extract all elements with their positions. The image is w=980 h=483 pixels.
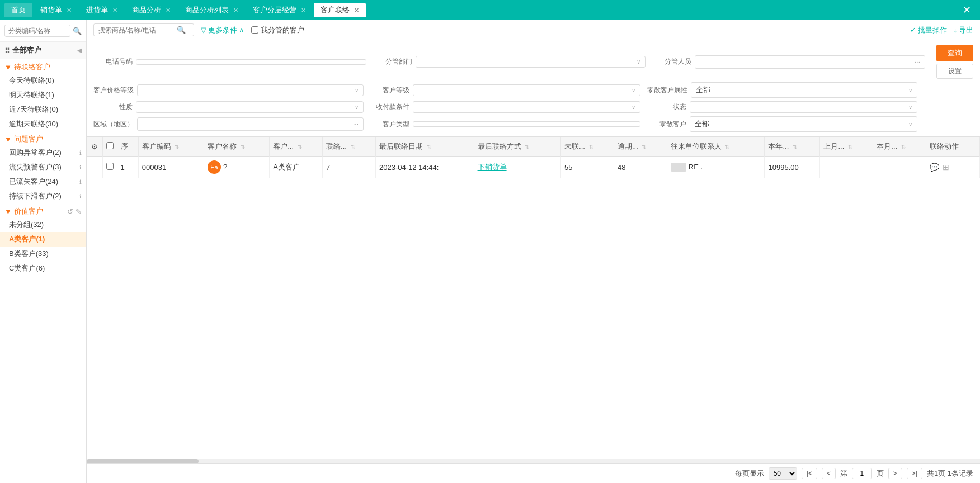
window-close-button[interactable]: ✕ [958,4,976,16]
col-this-month[interactable]: 本月... ⇅ [873,137,926,157]
sidebar-search-icon[interactable]: 🔍 [73,27,82,35]
sidebar-search-input[interactable] [4,25,70,37]
horizontal-scrollbar[interactable] [87,459,980,463]
cell-code: 000031 [138,157,204,178]
sidebar-item-overdue[interactable]: 逾期未联络(30) [0,117,86,131]
batch-operation-button[interactable]: ✓ 批量操作 [910,25,947,35]
first-page-button[interactable]: |< [802,468,817,479]
scrollbar-thumb[interactable] [87,459,199,463]
sidebar-item-lost[interactable]: 已流失客户(24) ℹ [0,174,86,189]
sidebar-item-ungroup[interactable]: 未分组(32) [0,217,86,232]
filter-search-icon[interactable]: 🔍 [177,26,186,34]
tab-home[interactable]: 首页 [4,3,32,17]
tab-sales-close[interactable]: ✕ [67,7,72,14]
filter-nature-select[interactable]: ∨ [136,101,364,113]
col-last-method-sort: ⇅ [525,144,529,150]
col-last-month[interactable]: 上月... ⇅ [820,137,873,157]
prev-page-button[interactable]: < [822,468,836,479]
col-code[interactable]: 客户编码 ⇅ [138,137,204,157]
tab-analysis-close[interactable]: ✕ [166,7,171,14]
col-company-contact[interactable]: 往来单位联系人 ⇅ [667,137,765,157]
select-all-checkbox[interactable] [106,142,114,149]
filter-dept-select[interactable]: ∨ [416,56,646,68]
page-number-input[interactable] [852,468,872,479]
action-chat-icon[interactable]: 💬 [930,163,939,172]
company-contact-bar [671,163,686,172]
filter-phone-input[interactable] [136,59,366,65]
query-button[interactable]: 查询 [936,45,973,61]
sidebar-group-value-refresh[interactable]: ↺ [67,207,73,216]
tab-customer-contact-close[interactable]: ✕ [354,7,359,14]
filter-dept: 分管部门 ∨ [373,56,646,68]
sidebar-group-value-edit[interactable]: ✎ [76,207,82,216]
sidebar-item-type-a[interactable]: A类客户(1) [0,232,86,247]
sidebar-item-overdue-label: 逾期未联络(30) [9,119,58,129]
filter-search-input[interactable] [98,26,177,34]
last-page-button[interactable]: >| [907,468,922,479]
tab-analysis-list-close[interactable]: ✕ [233,7,238,14]
per-page-select[interactable]: 50 20 100 [769,467,797,480]
sidebar-item-type-c[interactable]: C类客户(6) [0,261,86,276]
col-last-method[interactable]: 最后联络方式 ⇅ [474,137,561,157]
tab-purchase-close[interactable]: ✕ [112,7,117,14]
filter-status-label: 状态 [647,102,686,112]
tab-sales[interactable]: 销货单 ✕ [34,3,78,17]
sidebar-group-problem[interactable]: ▼ 问题客户 [0,131,86,145]
col-gear[interactable]: ⚙ [87,137,102,157]
tab-customer-tier-close[interactable]: ✕ [301,7,306,14]
export-button[interactable]: ↓ 导出 [954,25,974,35]
cell-gear [87,157,102,178]
col-contact-count[interactable]: 联络... ⇅ [323,137,376,157]
sidebar-item-type-b[interactable]: B类客户(33) [0,247,86,261]
sidebar-item-repurchase[interactable]: 回购异常客户(2) ℹ [0,145,86,160]
tab-customer-tier[interactable]: 客户分层经营 ✕ [246,3,313,17]
sidebar-item-today[interactable]: 今天待联络(0) [0,73,86,88]
filter-retail-attr-select[interactable]: 全部 ∨ [691,82,917,98]
sidebar-item-tomorrow-label: 明天待联络(1) [9,90,54,100]
sidebar-group-value[interactable]: ▼ 价值客户 ↺ ✎ [0,203,86,217]
sidebar-item-week[interactable]: 近7天待联络(0) [0,102,86,117]
filter-region: 区域（地区） ··· [93,117,364,131]
table-header-row: ⚙ 序 客户编码 ⇅ 客户名称 ⇅ 客户... ⇅ 联络... ⇅ 最后联络日期… [87,137,980,157]
sidebar-item-declining[interactable]: 持续下滑客户(2) ℹ [0,189,86,203]
col-company-contact-sort: ⇅ [725,144,729,150]
sidebar-item-declining-info: ℹ [79,193,82,200]
sidebar-item-tomorrow[interactable]: 明天待联络(1) [0,88,86,102]
filter-status-select[interactable]: ∨ [690,101,917,113]
col-type[interactable]: 客户... ⇅ [270,137,323,157]
filter-retail-customer-value: 全部 [695,119,709,129]
filter-person: 分管人员 ··· [652,55,925,69]
cell-company-contact: RE . [667,157,765,178]
settings-button[interactable]: 设置 [936,64,973,79]
filter-price-level-select[interactable]: ∨ [137,84,364,96]
filter-payment-select[interactable]: ∨ [413,101,640,113]
last-method-link[interactable]: 下销货单 [478,163,507,171]
sidebar-all-customers[interactable]: ⠿ 全部客户 ◀ [0,42,86,59]
sidebar-group-pending[interactable]: ▼ 待联络客户 [0,59,86,73]
tab-analysis[interactable]: 商品分析 ✕ [125,3,177,17]
col-name[interactable]: 客户名称 ⇅ [204,137,269,157]
my-customers-label: 我分管的客户 [261,25,304,35]
tab-purchase[interactable]: 进货单 ✕ [79,3,124,17]
col-uncontacted[interactable]: 未联... ⇅ [561,137,614,157]
tab-customer-contact[interactable]: 客户联络 ✕ [314,3,366,17]
tab-analysis-list[interactable]: 商品分析列表 ✕ [178,3,245,17]
filter-region-input[interactable]: ··· [137,117,364,131]
my-customers-checkbox[interactable] [251,26,258,34]
sidebar-item-repurchase-label: 回购异常客户(2) [9,148,62,158]
more-conditions-button[interactable]: ▽ 更多条件 ∧ [201,25,244,35]
action-grid-icon[interactable]: ⊞ [943,163,949,172]
next-page-button[interactable]: > [888,468,902,479]
filter-retail-customer-select[interactable]: 全部 ∨ [690,116,917,132]
filter-person-input[interactable]: ··· [695,55,925,69]
col-year-amount[interactable]: 本年... ⇅ [765,137,820,157]
col-last-date[interactable]: 最后联络日期 ⇅ [375,137,474,157]
sidebar-item-churn[interactable]: 流失预警客户(3) ℹ [0,160,86,174]
filter-customer-type-input[interactable] [413,121,640,127]
col-year-amount-sort: ⇅ [793,144,797,150]
filter-customer-level-select[interactable]: ∨ [413,84,640,96]
row-checkbox[interactable] [106,163,114,170]
filter-row-4: 区域（地区） ··· 客户类型 零散客户 全部 ∨ [93,116,973,132]
col-overdue[interactable]: 逾期... ⇅ [614,137,667,157]
table-row: 1 000031 Ea? A类客户 7 2023-04-12 14:44: 下销… [87,157,980,178]
